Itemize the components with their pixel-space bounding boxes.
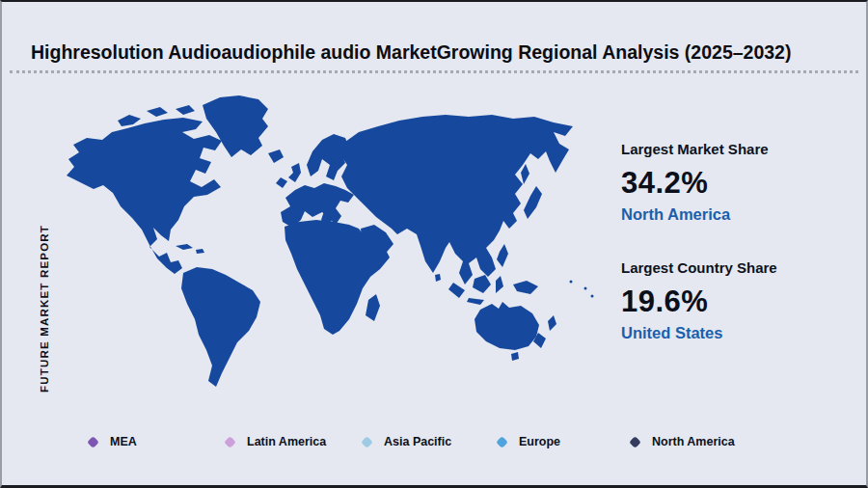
map-philippines xyxy=(497,244,508,267)
map-south-america xyxy=(181,267,260,387)
map-pacific-island xyxy=(584,287,587,290)
map-java xyxy=(467,298,484,305)
asia-pacific-marker-icon xyxy=(361,436,373,448)
map-sri-lanka xyxy=(435,274,441,282)
country-share-value: 19.6% xyxy=(621,285,862,319)
map-madagascar xyxy=(366,294,380,321)
stat-country-share: Largest Country Share 19.6% United State… xyxy=(621,259,862,342)
map-caribbean xyxy=(176,244,204,254)
legend-item-north-america: North America xyxy=(631,432,735,451)
market-share-region: North America xyxy=(621,205,862,224)
country-share-region: United States xyxy=(621,324,862,342)
map-ireland xyxy=(276,177,287,188)
map-japan xyxy=(524,186,542,219)
map-pacific-island xyxy=(570,281,573,284)
map-australia xyxy=(475,302,539,350)
market-share-label: Largest Market Share xyxy=(621,141,862,157)
mea-marker-icon xyxy=(87,436,99,448)
europe-marker-icon xyxy=(496,436,508,448)
map-uk xyxy=(288,163,301,182)
legend-item-asia-pacific: Asia Pacific xyxy=(363,432,451,451)
world-map-image xyxy=(60,84,600,402)
legend: MEA Latin America Asia Pacific Europe No… xyxy=(2,432,866,451)
legend-item-mea: MEA xyxy=(89,432,137,451)
map-sumatra xyxy=(448,283,465,298)
legend-label: Latin America xyxy=(247,435,326,448)
legend-item-latin-america: Latin America xyxy=(226,432,326,451)
page-title: Highresolution Audioaudiophile audio Mar… xyxy=(31,41,860,64)
infographic-frame: Highresolution Audioaudiophile audio Mar… xyxy=(0,0,868,488)
map-tasmania xyxy=(511,352,519,361)
dotted-divider xyxy=(10,70,858,73)
legend-label: North America xyxy=(652,435,735,448)
legend-item-europe: Europe xyxy=(498,432,560,451)
map-borneo xyxy=(473,275,491,293)
latin-america-marker-icon xyxy=(224,436,236,448)
map-new-guinea xyxy=(513,281,538,294)
legend-label: MEA xyxy=(110,435,137,448)
world-map-landmass xyxy=(67,95,594,387)
legend-label: Asia Pacific xyxy=(384,435,451,448)
stats-panel: Largest Market Share 34.2% North America… xyxy=(621,141,862,342)
map-pacific-island xyxy=(591,295,594,298)
map-iceland xyxy=(268,149,284,163)
country-share-label: Largest Country Share xyxy=(621,259,862,276)
map-sakhalin xyxy=(521,164,529,184)
legend-label: Europe xyxy=(519,435,560,448)
north-america-marker-icon xyxy=(629,436,641,448)
stat-market-share: Largest Market Share 34.2% North America xyxy=(621,141,862,224)
brand-watermark: FUTURE MARKET REPORT xyxy=(39,225,50,393)
map-sulawesi xyxy=(496,276,503,293)
market-share-value: 34.2% xyxy=(621,166,862,201)
